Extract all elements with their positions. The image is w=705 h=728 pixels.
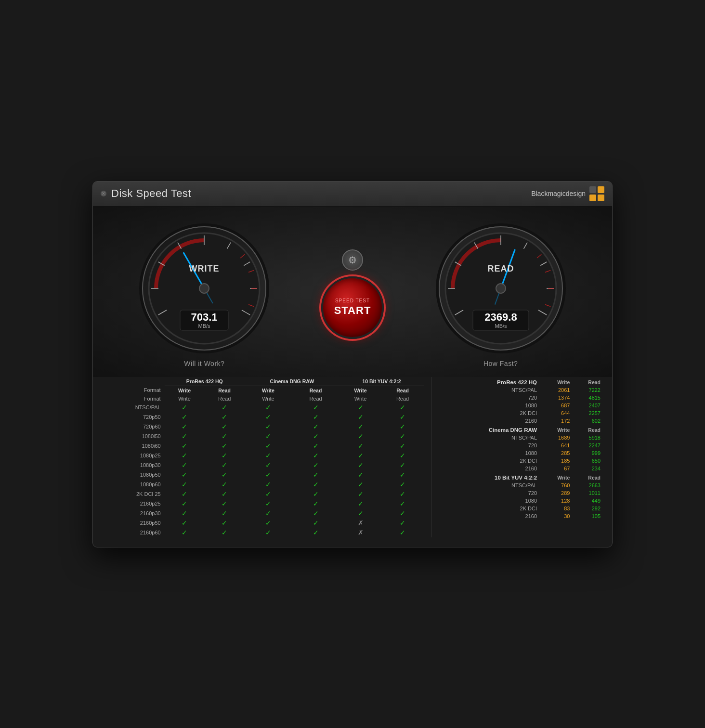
compat-cell: ✓	[204, 489, 244, 499]
cdng-read-header: Read	[292, 386, 339, 395]
check-icon: ✓	[400, 413, 405, 421]
check-icon: ✓	[182, 442, 187, 450]
check-icon: ✓	[358, 509, 364, 517]
speed-data-row: 2160 67 234	[439, 465, 602, 472]
read-value: 234	[572, 465, 602, 472]
compat-cell: ✓	[165, 499, 205, 508]
yuv-read-header: Read	[381, 386, 424, 395]
format-cell: NTSC/PAL	[103, 403, 165, 412]
speed-data-row: 2K DCI 644 2257	[439, 409, 602, 417]
compat-cell: ✓	[292, 403, 339, 412]
close-button[interactable]: ✕	[101, 191, 106, 196]
check-icon: ✓	[222, 481, 227, 488]
compat-cell: ✓	[381, 518, 424, 528]
speed-data-row: 720 289 1011	[439, 489, 602, 497]
speed-group-row: Cinema DNG RAW Write Read	[439, 425, 602, 434]
table-row: FormatWriteReadWriteReadWriteRead	[103, 395, 424, 403]
check-icon: ✓	[265, 442, 271, 450]
compat-cell: ✓	[339, 422, 381, 431]
res-label: 720	[439, 442, 541, 449]
compat-cell: ✗	[339, 528, 381, 537]
compat-cell: ✓	[381, 451, 424, 460]
write-value: 2061	[541, 386, 572, 394]
check-icon: ✓	[182, 519, 187, 527]
compat-cell: ✓	[245, 431, 292, 441]
format-col-header	[103, 377, 165, 386]
speed-table-body: ProRes 422 HQ Write Read NTSC/PAL 2061 7…	[439, 377, 602, 520]
table-row: 2160p25✓✓✓✓✓✓	[103, 499, 424, 508]
settings-button[interactable]: ⚙	[342, 249, 363, 271]
compat-cell: ✓	[292, 431, 339, 441]
sq-tl	[589, 186, 596, 193]
compat-cell: ✓	[339, 489, 381, 499]
check-icon: ✓	[400, 490, 405, 498]
will-it-work-label: Will it Work?	[184, 360, 224, 367]
table-row: 720p60✓✓✓✓✓✓	[103, 422, 424, 431]
check-icon: ✓	[400, 452, 405, 459]
format-cell: 720p60	[103, 422, 165, 431]
check-icon: ✓	[265, 413, 271, 421]
compat-cell: ✓	[165, 441, 205, 451]
check-icon: ✓	[358, 481, 364, 488]
check-icon: ✓	[400, 509, 405, 517]
check-icon: ✓	[358, 423, 364, 430]
check-icon: ✓	[182, 423, 187, 430]
compat-cell: ✓	[245, 412, 292, 422]
read-value: 2257	[572, 409, 602, 417]
compat-cell: ✓	[381, 412, 424, 422]
table-row: 1080p50✓✓✓✓✓✓	[103, 470, 424, 480]
read-header: Read	[572, 425, 602, 434]
table-row: 2160p30✓✓✓✓✓✓	[103, 508, 424, 518]
read-value: 2663	[572, 481, 602, 489]
read-value: 2247	[572, 442, 602, 449]
read-value: 5918	[572, 434, 602, 442]
check-icon: ✓	[222, 423, 227, 430]
format-cell: 1080p25	[103, 451, 165, 460]
check-icon: ✓	[182, 490, 187, 498]
compat-cell: ✓	[245, 403, 292, 412]
write-gauge-svg: WRITE 703.1 MB/s	[137, 221, 272, 356]
table-row: 1080i60✓✓✓✓✓✓	[103, 441, 424, 451]
check-icon: ✓	[313, 500, 319, 507]
check-icon: ✓	[313, 519, 319, 527]
compat-cell: Write	[339, 395, 381, 403]
read-value: 999	[572, 449, 602, 457]
format-cell: 2K DCI 25	[103, 489, 165, 499]
format-cell: 1080p30	[103, 460, 165, 470]
table-row: 1080i50✓✓✓✓✓✓	[103, 431, 424, 441]
speed-data-row: NTSC/PAL 760 2663	[439, 481, 602, 489]
speed-group-row: 10 Bit YUV 4:2:2 Write Read	[439, 472, 602, 481]
check-icon: ✓	[313, 509, 319, 517]
check-icon: ✓	[358, 413, 364, 421]
compat-cell: ✓	[292, 460, 339, 470]
check-icon: ✓	[313, 432, 319, 440]
check-icon: ✓	[400, 461, 405, 469]
compat-cell: ✓	[381, 403, 424, 412]
check-icon: ✓	[222, 509, 227, 517]
check-icon: ✓	[182, 481, 187, 488]
start-button-sub: SPEED TEST	[335, 298, 370, 303]
svg-point-18	[199, 284, 209, 293]
will-it-work-section: ProRes 422 HQ Cinema DNG RAW 10 Bit YUV …	[103, 377, 424, 537]
check-icon: ✓	[313, 403, 319, 411]
sq-br	[598, 195, 604, 201]
write-gauge-container: WRITE 703.1 MB/s Will it Work?	[137, 221, 272, 367]
table-row: 720p50✓✓✓✓✓✓	[103, 412, 424, 422]
data-section: ProRes 422 HQ Cinema DNG RAW 10 Bit YUV …	[93, 377, 612, 547]
compat-table-body: FormatWriteReadWriteReadWriteReadNTSC/PA…	[103, 395, 424, 537]
compat-cell: ✓	[292, 422, 339, 431]
compat-cell: ✓	[292, 412, 339, 422]
check-icon: ✓	[400, 442, 405, 450]
res-label: 2160	[439, 465, 541, 472]
start-button[interactable]: SPEED TEST START	[321, 276, 384, 339]
yuv-group-header: 10 Bit YUV 4:2:2	[339, 377, 424, 386]
write-value: 1374	[541, 394, 572, 402]
check-icon: ✓	[222, 471, 227, 479]
compat-cell: ✓	[245, 441, 292, 451]
speed-data-row: 2160 172 602	[439, 417, 602, 425]
table-row: 2160p60✓✓✓✓✗✓	[103, 528, 424, 537]
compat-cell: ✓	[339, 470, 381, 480]
res-label: NTSC/PAL	[439, 434, 541, 442]
write-value: 67	[541, 465, 572, 472]
speed-data-row: NTSC/PAL 1689 5918	[439, 434, 602, 442]
